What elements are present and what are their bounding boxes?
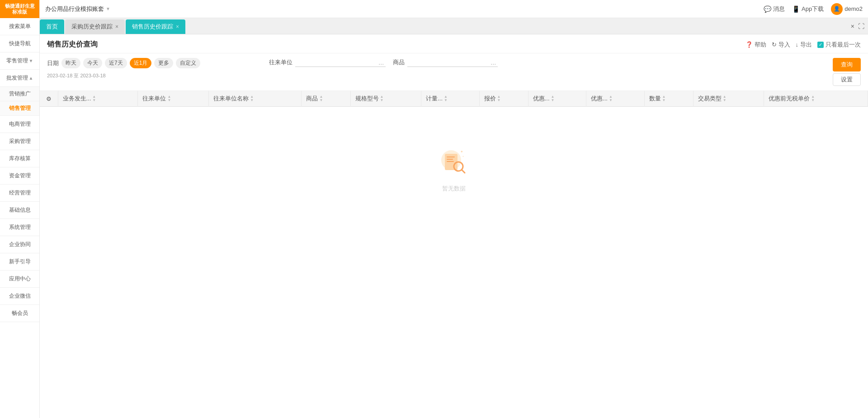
sort-arrows-unit-name: ▲▼ <box>250 95 254 102</box>
settings-button[interactable]: 设置 <box>833 73 861 86</box>
sort-arrows-biz-date: ▲▼ <box>92 95 96 102</box>
th-discount1[interactable]: 优惠... ▲▼ <box>528 91 586 107</box>
sidebar-item-marketing[interactable]: 营销推广 <box>0 87 39 101</box>
date-btn-more[interactable]: 更多 <box>154 58 173 68</box>
sidebar-item-basic[interactable]: 基础信息 <box>0 202 39 219</box>
sidebar-item-search[interactable]: 搜索菜单 <box>0 18 39 35</box>
message-button[interactable]: 💬 消息 <box>764 5 785 13</box>
sidebar-item-system[interactable]: 系统管理 <box>0 219 39 236</box>
page-title: 销售历史价查询 <box>47 40 98 49</box>
date-filter-label: 日期 <box>47 59 59 67</box>
sidebar-item-retail[interactable]: 零售管理 ▼ <box>0 52 39 70</box>
main-area: 办公用品行业模拟账套 ▼ 💬 消息 📱 App下载 👤 demo2 首页 <box>40 0 868 418</box>
sidebar-item-label: 畅会员 <box>12 309 28 317</box>
tab-sales-close[interactable]: × <box>176 24 179 30</box>
sort-arrows-spec: ▲▼ <box>380 95 384 102</box>
filter-bar: 日期 昨天 今天 近7天 近1月 更多 自定义 2023-02-18 至 202… <box>40 53 868 91</box>
date-btn-today[interactable]: 今天 <box>83 58 102 68</box>
wholesale-subgroup: 营销推广 销售管理 <box>0 87 39 116</box>
sidebar-item-label: 库存核算 <box>9 155 31 162</box>
export-button[interactable]: ↓ 导出 <box>796 41 812 49</box>
th-unit-code[interactable]: 往来单位 ▲▼ <box>138 91 209 107</box>
help-button[interactable]: ❓ 帮助 <box>745 41 766 49</box>
sidebar-item-label: 电商管理 <box>9 120 31 128</box>
sidebar-item-member[interactable]: 畅会员 <box>0 305 39 322</box>
user-profile[interactable]: 👤 demo2 <box>831 3 863 15</box>
sidebar-item-label: 应用中心 <box>9 275 31 283</box>
empty-state: ✦ ✦ 暂无数据 <box>40 107 868 229</box>
svg-line-6 <box>462 170 465 173</box>
tab-sales-label: 销售历史价跟踪 <box>132 23 173 31</box>
sidebar-item-operation[interactable]: 经营管理 <box>0 185 39 202</box>
th-no-tax-price[interactable]: 优惠前无税单价 ▲▼ <box>764 91 868 107</box>
th-quantity[interactable]: 数量 ▲▼ <box>644 91 693 107</box>
th-discount2[interactable]: 优惠... ▲▼ <box>586 91 644 107</box>
page-header: 销售历史价查询 ❓ 帮助 ↻ 导入 ↓ 导出 ✓ 只看最后一次 <box>40 34 868 53</box>
filter-actions: 查询 设置 <box>833 58 861 86</box>
dropdown-icon: ▼ <box>106 6 110 11</box>
sidebar-item-label: 销售管理 <box>9 104 31 112</box>
th-spec[interactable]: 规格型号 ▲▼ <box>350 91 421 107</box>
tab-home-label: 首页 <box>46 23 58 31</box>
th-price[interactable]: 报价 ▲▼ <box>479 91 528 107</box>
sidebar-item-purchase[interactable]: 采购管理 <box>0 133 39 150</box>
message-icon: 💬 <box>764 5 771 13</box>
date-btn-7days[interactable]: 近7天 <box>105 58 127 68</box>
last-once-checkbox[interactable]: ✓ <box>817 42 824 48</box>
sidebar-item-wholesale[interactable]: 批发管理 ▲ <box>0 70 39 87</box>
sort-arrows-unit-code: ▲▼ <box>167 95 171 102</box>
tab-purchase-history[interactable]: 采购历史价跟踪 × <box>65 19 125 34</box>
date-btn-1month[interactable]: 近1月 <box>130 58 152 68</box>
import-button[interactable]: ↻ 导入 <box>772 41 790 49</box>
product-input[interactable] <box>407 58 489 66</box>
date-btn-yesterday[interactable]: 昨天 <box>61 58 80 68</box>
window-close-button[interactable]: × <box>851 23 854 30</box>
tab-home[interactable]: 首页 <box>40 19 64 34</box>
vendor-input[interactable] <box>295 58 377 66</box>
sidebar-item-finance[interactable]: 资金管理 <box>0 167 39 185</box>
sidebar-item-label: 搜索菜单 <box>9 23 31 30</box>
tabs-bar: 首页 采购历史价跟踪 × 销售历史价跟踪 × × ⛶ <box>40 18 868 34</box>
sidebar-item-label: 批发管理 <box>6 74 28 82</box>
sidebar-item-sales[interactable]: 销售管理 <box>0 101 39 116</box>
th-product[interactable]: 商品 ▲▼ <box>302 91 350 107</box>
th-trade-type[interactable]: 交易类型 ▲▼ <box>693 91 764 107</box>
data-table: ⚙ 业务发生... ▲▼ 往来单位 ▲▼ <box>40 91 868 107</box>
sidebar-item-appstore[interactable]: 应用中心 <box>0 271 39 288</box>
product-input-wrap: ... <box>407 58 498 67</box>
sort-arrows-product: ▲▼ <box>319 95 323 102</box>
app-download-label: App下载 <box>802 5 824 13</box>
sidebar-item-guide[interactable]: 新手引导 <box>0 253 39 271</box>
user-name: demo2 <box>844 5 863 12</box>
query-button[interactable]: 查询 <box>833 58 861 71</box>
sidebar-item-shortcut[interactable]: 快捷导航 <box>0 35 39 52</box>
page-actions: ❓ 帮助 ↻ 导入 ↓ 导出 ✓ 只看最后一次 <box>745 41 861 49</box>
svg-text:✦: ✦ <box>462 155 464 158</box>
date-btn-custom[interactable]: 自定义 <box>176 58 200 68</box>
account-selector[interactable]: 办公用品行业模拟账套 ▼ <box>45 5 110 13</box>
svg-text:✦: ✦ <box>460 150 463 154</box>
window-maximize-button[interactable]: ⛶ <box>858 23 864 30</box>
vendor-dots[interactable]: ... <box>377 59 386 66</box>
top-bar: 办公用品行业模拟账套 ▼ 💬 消息 📱 App下载 👤 demo2 <box>40 0 868 18</box>
tab-purchase-close[interactable]: × <box>115 24 118 30</box>
th-unit-name[interactable]: 往来单位名称 ▲▼ <box>209 91 302 107</box>
sidebar-item-inventory[interactable]: 库存核算 <box>0 150 39 167</box>
export-label: 导出 <box>800 41 812 49</box>
sidebar-item-wechat[interactable]: 企业微信 <box>0 288 39 305</box>
last-once-checkbox-wrap[interactable]: ✓ 只看最后一次 <box>817 41 861 49</box>
tab-sales-history[interactable]: 销售历史价跟踪 × <box>126 19 185 34</box>
product-filter-group: 商品 ... <box>393 58 498 67</box>
sidebar-item-ecommerce[interactable]: 电商管理 <box>0 116 39 133</box>
tab-purchase-label: 采购历史价跟踪 <box>71 23 113 31</box>
th-settings[interactable]: ⚙ <box>40 91 58 107</box>
sidebar-item-enterprise[interactable]: 企业协同 <box>0 236 39 253</box>
table-header-row: ⚙ 业务发生... ▲▼ 往来单位 ▲▼ <box>40 91 868 107</box>
th-biz-date[interactable]: 业务发生... ▲▼ <box>58 91 138 107</box>
th-unit[interactable]: 计量... ▲▼ <box>421 91 479 107</box>
avatar: 👤 <box>831 3 843 15</box>
product-dots[interactable]: ... <box>489 59 498 66</box>
sidebar-item-label: 营销推广 <box>9 90 31 98</box>
empty-illustration: ✦ ✦ <box>436 143 472 179</box>
app-download-button[interactable]: 📱 App下载 <box>792 5 824 13</box>
